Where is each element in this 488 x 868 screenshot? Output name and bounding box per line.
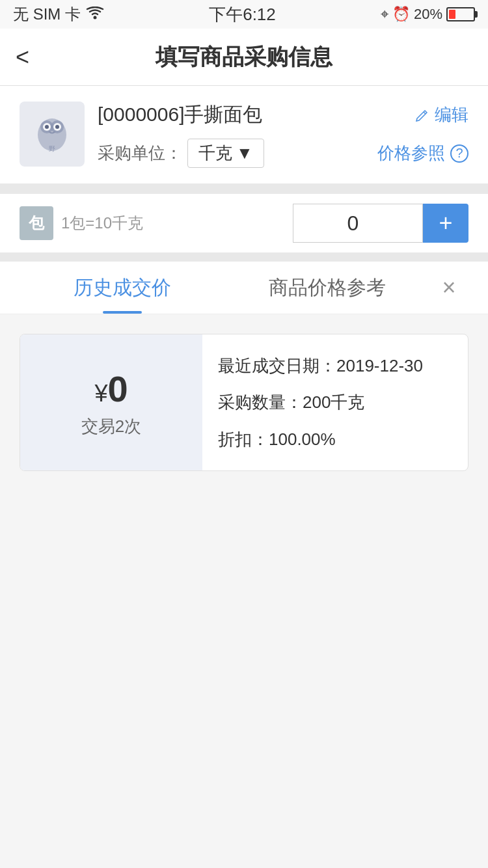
battery-icon (446, 7, 475, 21)
page-title: 填写商品采购信息 (156, 42, 332, 72)
recent-date-row: 最近成交日期：2019-12-30 (218, 354, 452, 377)
quantity-section: 包 1包=10千克 + (0, 194, 488, 252)
wifi-icon (86, 5, 104, 23)
bottom-area (0, 575, 488, 868)
product-info: [0000006]手撕面包 编辑 采购单位： 千克 ▼ (98, 102, 468, 168)
price-card-section: ¥0 交易2次 最近成交日期：2019-12-30 采购数量：200千克 折扣：… (0, 314, 488, 575)
svg-point-7 (55, 125, 59, 129)
product-section: 野 [0000006]手撕面包 编辑 采购单位： (0, 86, 488, 183)
alarm-icon: ⏰ (392, 6, 410, 23)
status-time: 下午6:12 (209, 3, 276, 26)
svg-point-0 (94, 16, 97, 20)
product-logo-icon: 野 (29, 109, 75, 160)
purchase-unit-label: 采购单位： (98, 142, 182, 165)
discount-row: 折扣：100.00% (218, 427, 452, 451)
tabs-close-button[interactable]: × (429, 262, 468, 314)
unit-conversion: 1包=10千克 (61, 213, 143, 234)
tab-price-reference[interactable]: 商品价格参考 (224, 262, 429, 314)
battery-percent: 20% (414, 6, 442, 23)
status-left: 无 SIM 卡 (13, 4, 104, 25)
tabs-section: 历史成交价 商品价格参考 × (0, 262, 488, 314)
dropdown-icon: ▼ (236, 143, 253, 163)
price-card-left: ¥0 交易2次 (20, 334, 202, 470)
product-header: [0000006]手撕面包 编辑 (98, 102, 468, 128)
network-status: 无 SIM 卡 (13, 4, 81, 25)
unit-info: 包 1包=10千克 (20, 206, 143, 240)
product-thumbnail: 野 (20, 102, 85, 167)
edit-button[interactable]: 编辑 (415, 103, 468, 126)
price-amount: ¥0 (94, 368, 128, 410)
unit-select[interactable]: 千克 ▼ (187, 139, 264, 168)
section-divider-1 (0, 183, 488, 194)
quantity-control: + (293, 204, 468, 243)
section-divider-2 (0, 252, 488, 262)
price-card: ¥0 交易2次 最近成交日期：2019-12-30 采购数量：200千克 折扣：… (20, 334, 468, 471)
unit-box: 包 (20, 206, 53, 240)
status-right: ⌖ ⏰ 20% (381, 6, 475, 23)
price-ref-button[interactable]: 价格参照 ? (377, 142, 468, 165)
status-bar: 无 SIM 卡 下午6:12 ⌖ ⏰ 20% (0, 0, 488, 29)
purchase-unit-row: 采购单位： 千克 ▼ 价格参照 ? (98, 139, 468, 168)
nav-bar: < 填写商品采购信息 (0, 29, 488, 86)
price-trades: 交易2次 (81, 415, 141, 438)
svg-point-6 (45, 125, 49, 129)
currency-symbol: ¥ (94, 380, 107, 407)
svg-text:野: 野 (49, 145, 55, 152)
quantity-plus-button[interactable]: + (423, 204, 468, 243)
product-row: 野 [0000006]手撕面包 编辑 采购单位： (20, 102, 468, 168)
location-icon: ⌖ (381, 6, 388, 23)
back-button[interactable]: < (16, 44, 29, 71)
tabs-header: 历史成交价 商品价格参考 × (0, 262, 488, 314)
tab-history-price[interactable]: 历史成交价 (20, 262, 224, 314)
quantity-input[interactable] (293, 204, 423, 243)
product-name: [0000006]手撕面包 (98, 102, 262, 128)
price-card-right: 最近成交日期：2019-12-30 采购数量：200千克 折扣：100.00% (202, 334, 468, 470)
purchase-qty-row: 采购数量：200千克 (218, 390, 452, 414)
price-ref-help-icon: ? (450, 144, 468, 163)
